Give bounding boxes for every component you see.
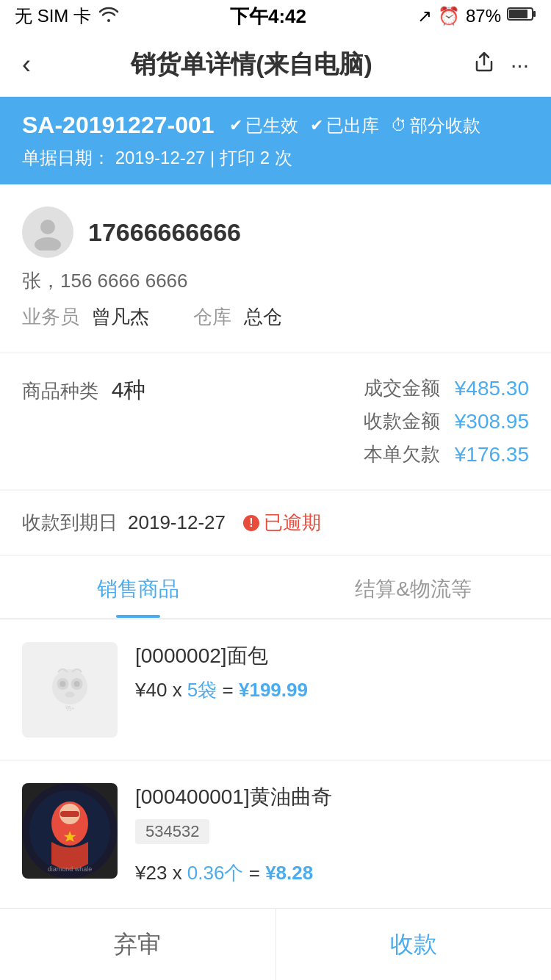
confirm-button[interactable]: 收款 bbox=[276, 909, 552, 980]
due-section: 收款到期日 2019-12-27 ! 已逾期 bbox=[0, 491, 551, 555]
overdue-badge: ! 已逾期 bbox=[243, 510, 321, 536]
products-container: 鸮+ [0000002]面包 ¥40 x 5袋 = ¥199.99 bbox=[0, 620, 551, 908]
share-icon[interactable] bbox=[472, 50, 496, 79]
customer-section: 17666666666 张，156 6666 6666 业务员 曾凡杰 仓库 总… bbox=[0, 184, 551, 352]
total-price: ¥8.28 bbox=[265, 862, 313, 884]
product-thumbnail: diamond whale bbox=[22, 783, 118, 879]
category-value: 4种 bbox=[112, 378, 146, 402]
more-icon[interactable]: ··· bbox=[511, 52, 529, 77]
print-info: | 打印 2 次 bbox=[210, 148, 292, 167]
quantity: 5袋 bbox=[187, 679, 217, 701]
svg-text:鸮+: 鸮+ bbox=[65, 705, 75, 712]
order-badges: ✔ 已生效 ✔ 已出库 ⏱ 部分收款 bbox=[229, 114, 480, 137]
deal-amount-row: 成交金额 ¥485.30 bbox=[364, 375, 529, 401]
location-icon: ↗ bbox=[417, 6, 432, 26]
tabs-container: 销售商品 结算&物流等 bbox=[0, 556, 551, 619]
warehouse-field: 仓库 总仓 bbox=[193, 304, 282, 330]
deal-amount-value: ¥485.30 bbox=[455, 377, 529, 400]
avatar bbox=[22, 206, 73, 258]
list-item: diamond whale [000400001]黄油曲奇 534532 ¥23… bbox=[0, 761, 551, 908]
order-date-info: 单据日期： 2019-12-27 | 打印 2 次 bbox=[22, 146, 529, 170]
due-date-value: 2019-12-27 bbox=[128, 511, 226, 534]
no-sim-text: 无 SIM 卡 bbox=[15, 4, 91, 28]
svg-text:diamond whale: diamond whale bbox=[48, 865, 93, 873]
product-name: [000400001]黄油曲奇 bbox=[135, 783, 529, 811]
unit-price: ¥40 bbox=[135, 679, 167, 701]
unit-price: ¥23 bbox=[135, 862, 167, 884]
product-price: ¥40 x 5袋 = ¥199.99 bbox=[135, 677, 529, 703]
product-details: [0000002]面包 ¥40 x 5袋 = ¥199.99 bbox=[135, 642, 529, 703]
summary-section: 商品种类 4种 成交金额 ¥485.30 收款金额 ¥308.95 本单欠款 ¥… bbox=[0, 353, 551, 489]
badge-partial-payment: ⏱ 部分收款 bbox=[391, 114, 480, 137]
nav-bar: ‹ 销货单详情(来自电脑) ··· bbox=[0, 32, 551, 97]
badge-activated: ✔ 已生效 bbox=[229, 114, 298, 137]
debt-row: 本单欠款 ¥176.35 bbox=[364, 442, 529, 467]
svg-rect-1 bbox=[509, 10, 527, 18]
customer-info: 张，156 6666 6666 bbox=[22, 268, 529, 294]
warehouse-label: 仓库 bbox=[193, 306, 231, 328]
svg-point-3 bbox=[40, 220, 55, 234]
svg-point-10 bbox=[65, 691, 75, 697]
badge-shipped: ✔ 已出库 bbox=[310, 114, 379, 137]
status-left: 无 SIM 卡 bbox=[15, 4, 119, 28]
battery-text: 87% bbox=[466, 6, 501, 26]
svg-point-5 bbox=[52, 669, 87, 705]
svg-rect-16 bbox=[60, 811, 79, 817]
svg-rect-2 bbox=[533, 11, 536, 17]
alarm-icon: ⏰ bbox=[438, 6, 460, 26]
product-sku: 534532 bbox=[135, 819, 209, 844]
svg-point-9 bbox=[74, 681, 80, 687]
header-card: SA-20191227-001 ✔ 已生效 ✔ 已出库 ⏱ 部分收款 单据日期：… bbox=[0, 97, 551, 184]
tab-sales-products[interactable]: 销售商品 bbox=[0, 556, 276, 618]
debt-amount-value: ¥176.35 bbox=[455, 443, 529, 466]
receipt-amount-row: 收款金额 ¥308.95 bbox=[364, 408, 529, 434]
salesperson-value: 曾凡杰 bbox=[92, 306, 149, 328]
nav-actions: ··· bbox=[472, 50, 529, 79]
salesperson-field: 业务员 曾凡杰 bbox=[22, 304, 149, 330]
product-thumbnail: 鸮+ bbox=[22, 642, 118, 738]
list-item: 鸮+ [0000002]面包 ¥40 x 5袋 = ¥199.99 bbox=[0, 620, 551, 760]
svg-point-8 bbox=[60, 681, 65, 687]
receipt-amount-label: 收款金额 bbox=[364, 408, 440, 434]
quantity: 0.36个 bbox=[187, 862, 244, 884]
status-right: ↗ ⏰ 87% bbox=[417, 6, 536, 26]
status-time: 下午4:42 bbox=[230, 4, 306, 29]
back-button[interactable]: ‹ bbox=[22, 49, 31, 80]
customer-name: 17666666666 bbox=[88, 218, 241, 247]
summary-left: 商品种类 4种 bbox=[22, 375, 145, 406]
battery-icon bbox=[507, 6, 536, 26]
status-bar: 无 SIM 卡 下午4:42 ↗ ⏰ 87% bbox=[0, 0, 551, 32]
order-id: SA-20191227-001 bbox=[22, 112, 215, 139]
tabs: 销售商品 结算&物流等 bbox=[0, 556, 551, 619]
wifi-icon bbox=[98, 6, 119, 26]
total-price: ¥199.99 bbox=[239, 679, 308, 701]
date-label: 单据日期： bbox=[22, 148, 110, 167]
svg-point-4 bbox=[35, 237, 61, 251]
receipt-amount-value: ¥308.95 bbox=[455, 410, 529, 433]
tab-settlement[interactable]: 结算&物流等 bbox=[276, 556, 551, 618]
due-date-label: 收款到期日 bbox=[22, 510, 118, 536]
bottom-bar: 弃审 收款 bbox=[0, 908, 551, 980]
product-price: ¥23 x 0.36个 = ¥8.28 bbox=[135, 860, 529, 886]
overdue-text: 已逾期 bbox=[264, 510, 321, 536]
customer-meta: 业务员 曾凡杰 仓库 总仓 bbox=[22, 304, 529, 330]
product-details: [000400001]黄油曲奇 534532 ¥23 x 0.36个 = ¥8.… bbox=[135, 783, 529, 886]
debt-label: 本单欠款 bbox=[364, 442, 440, 467]
overdue-icon: ! bbox=[243, 515, 259, 531]
salesperson-label: 业务员 bbox=[22, 306, 79, 328]
category-label: 商品种类 bbox=[22, 380, 98, 402]
cancel-button[interactable]: 弃审 bbox=[0, 909, 276, 980]
summary-right: 成交金额 ¥485.30 收款金额 ¥308.95 本单欠款 ¥176.35 bbox=[364, 375, 529, 467]
page-title: 销货单详情(来自电脑) bbox=[131, 48, 372, 82]
warehouse-value: 总仓 bbox=[244, 306, 282, 328]
order-date: 2019-12-27 bbox=[115, 148, 206, 167]
product-name: [0000002]面包 bbox=[135, 642, 529, 670]
deal-amount-label: 成交金额 bbox=[364, 375, 440, 401]
